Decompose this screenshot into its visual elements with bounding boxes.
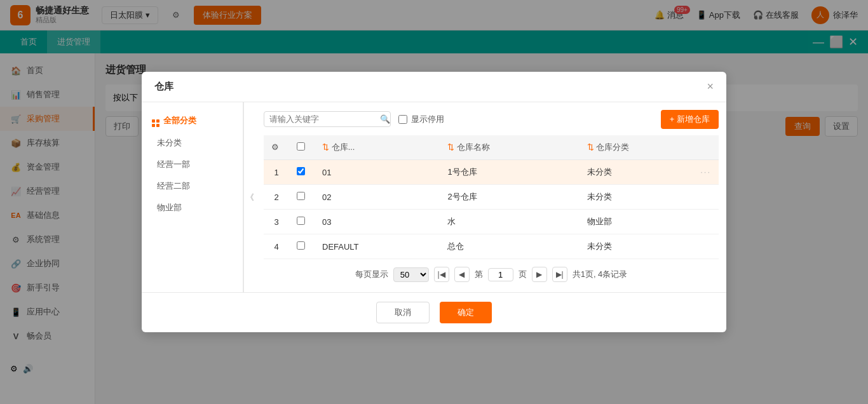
grid-icon [152, 115, 159, 127]
page-label: 第 [475, 269, 483, 280]
row-checkbox-cell [289, 159, 315, 185]
row-checkbox[interactable] [297, 192, 305, 200]
row-actions-button[interactable]: ··· [700, 167, 711, 177]
page-number-input[interactable] [488, 268, 513, 281]
row-code: DEFAULT [315, 234, 440, 259]
modal-header: 仓库 × [142, 72, 726, 102]
col-category: ⇅ 仓库分类 [580, 135, 719, 160]
table-area: 🔍 显示停用 + 新增仓库 ⚙ [256, 102, 726, 293]
category-panel: 全部分类 未分类 经营一部 经营二部 物业部 [142, 102, 243, 293]
table-toolbar: 🔍 显示停用 + 新增仓库 [264, 110, 719, 129]
modal-title: 仓库 [154, 81, 173, 93]
category-item-dept2[interactable]: 经营二部 [142, 175, 243, 197]
sort-icon-cat: ⇅ [587, 142, 594, 152]
col-checkbox [289, 135, 315, 160]
category-item-property[interactable]: 物业部 [142, 197, 243, 219]
select-all-checkbox[interactable] [297, 142, 305, 151]
row-code: 01 [315, 159, 440, 185]
row-index: 3 [264, 210, 289, 234]
row-name: 2号仓库 [440, 185, 579, 210]
total-info: 共1页, 4条记录 [573, 269, 628, 280]
row-category: 未分类 [580, 234, 719, 259]
row-category: 物业部 [580, 210, 719, 234]
next-page-button[interactable]: ▶ [532, 267, 547, 282]
row-category: 未分类 ··· [580, 160, 719, 185]
category-item-unclassified[interactable]: 未分类 [142, 132, 243, 154]
new-warehouse-button[interactable]: + 新增仓库 [661, 110, 719, 129]
show-disabled-area: 显示停用 [398, 114, 444, 125]
table-row[interactable]: 4 DEFAULT 总仓 未分类 [264, 234, 719, 259]
collapse-panel-button[interactable]: 《 [243, 102, 256, 293]
page-suffix: 页 [519, 269, 527, 280]
col-code: ⇅ 仓库... [315, 135, 440, 160]
row-checkbox-cell [289, 185, 315, 210]
col-gear: ⚙ [264, 135, 289, 160]
row-code: 03 [315, 210, 440, 234]
row-checkbox[interactable] [297, 241, 305, 250]
all-categories-item[interactable]: 全部分类 [142, 110, 243, 132]
row-index: 4 [264, 234, 289, 259]
per-page-select[interactable]: 50 20 100 [393, 267, 429, 282]
modal-close-button[interactable]: × [707, 81, 714, 92]
last-page-button[interactable]: ▶| [552, 267, 567, 282]
row-name: 水 [440, 210, 579, 234]
per-page-label: 每页显示 [355, 269, 388, 280]
table-scroll-area: ⚙ ⇅ 仓库... ⇅ 仓库名称 [264, 135, 719, 260]
row-checkbox[interactable] [297, 167, 305, 175]
category-item-dept1[interactable]: 经营一部 [142, 154, 243, 175]
row-checkbox-cell [289, 210, 315, 234]
table-row[interactable]: 3 03 水 物业部 [264, 210, 719, 234]
modal-body: 全部分类 未分类 经营一部 经营二部 物业部 《 🔍 [142, 102, 726, 293]
show-disabled-checkbox[interactable] [398, 115, 407, 124]
row-checkbox[interactable] [297, 217, 305, 225]
pagination: 每页显示 50 20 100 |◀ ◀ 第 页 ▶ ▶| 共1页, 4条记录 [264, 259, 719, 285]
modal-footer: 取消 确定 [142, 292, 726, 332]
row-index: 1 [264, 159, 289, 185]
search-icon: 🔍 [380, 114, 390, 124]
row-name: 1号仓库 [440, 159, 579, 185]
modal-overlay: 仓库 × 全部分类 未分类 经营一部 经营二部 物业 [0, 0, 868, 404]
cancel-button[interactable]: 取消 [376, 302, 430, 323]
row-code: 02 [315, 185, 440, 210]
first-page-button[interactable]: |◀ [434, 267, 449, 282]
show-disabled-label: 显示停用 [411, 114, 444, 125]
warehouse-table: ⚙ ⇅ 仓库... ⇅ 仓库名称 [264, 135, 719, 260]
warehouse-modal: 仓库 × 全部分类 未分类 经营一部 经营二部 物业 [142, 72, 726, 333]
confirm-button[interactable]: 确定 [440, 302, 492, 323]
prev-page-button[interactable]: ◀ [454, 267, 470, 282]
sort-icon-name: ⇅ [447, 142, 454, 152]
table-row[interactable]: 1 01 1号仓库 未分类 ··· [264, 159, 719, 185]
sort-icon: ⇅ [322, 142, 329, 152]
row-index: 2 [264, 185, 289, 210]
row-category: 未分类 [580, 185, 719, 210]
search-input[interactable] [269, 114, 376, 124]
row-name: 总仓 [440, 234, 579, 259]
col-name: ⇅ 仓库名称 [440, 135, 579, 160]
row-checkbox-cell [289, 234, 315, 259]
table-row[interactable]: 2 02 2号仓库 未分类 [264, 185, 719, 210]
search-box: 🔍 [264, 111, 391, 127]
